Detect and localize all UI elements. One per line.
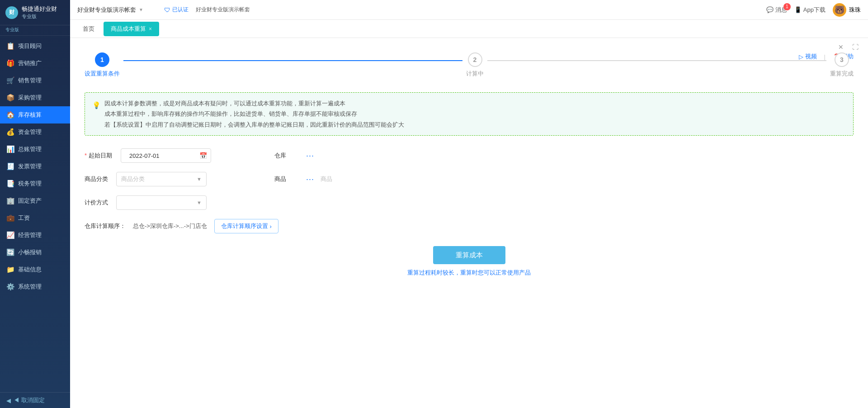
message-icon: 💬 (766, 6, 774, 13)
logo-text: 畅捷通好业财 专业版 (22, 5, 57, 19)
main-area: 好业财专业版演示帐套 ▼ 🛡 已认证 好业财专业版演示帐套 💬 消息 1 📱 A… (70, 0, 868, 408)
topbar-actions: 💬 消息 1 📱 App下载 🐻 珠珠 (766, 3, 861, 17)
sidebar: 财 畅捷通好业财 专业版 专业版 📋 项目顾问 🎁 营销推广 🛒 销售管理 📦 … (0, 0, 70, 408)
sidebar-item-tax[interactable]: 📑 税务管理 (0, 175, 70, 192)
payroll-icon: 💼 (6, 214, 14, 222)
warehouse-field: 仓库 ··· (274, 151, 410, 161)
submit-button[interactable]: 重算成本 (433, 246, 505, 264)
sidebar-logo: 财 畅捷通好业财 专业版 (0, 0, 70, 25)
submit-area: 重算成本 重算过程耗时较长，重算时您可以正常使用产品 (85, 246, 854, 277)
form-row-1: 起始日期 📅 仓库 ··· (85, 148, 854, 163)
topbar: 好业财专业版演示帐套 ▼ 🛡 已认证 好业财专业版演示帐套 💬 消息 1 📱 A… (70, 0, 868, 20)
info-box-content: 因成本计算参数调整，或是对商品成本有疑问时，可以通过成本重算功能，重新计算一遍成… (104, 98, 404, 130)
sidebar-item-marketing[interactable]: 🎁 营销推广 (0, 55, 70, 72)
start-date-field: 起始日期 📅 (85, 148, 256, 163)
tab-close-icon[interactable]: × (149, 26, 152, 32)
logo-icon: 财 (5, 6, 18, 19)
system-icon: ⚙️ (6, 283, 14, 291)
warehouse-label: 仓库 (274, 152, 302, 160)
tab-cost-recalc[interactable]: 商品成本重算 × (104, 22, 159, 36)
sidebar-item-purchase[interactable]: 📦 采购管理 (0, 89, 70, 106)
step-3-label: 重算完成 (830, 70, 854, 78)
step-2: 2 计算中 (466, 52, 484, 78)
warehouse-order-settings-button[interactable]: 仓库计算顺序设置 › (214, 219, 278, 233)
content-area: ✕ ⛶ 1 设置重算条件 2 计算中 3 重算完成 ▷ 视频 (70, 38, 868, 408)
accounting-icon: 📊 (6, 145, 14, 153)
product-category-select[interactable]: 商品分类 ▼ (116, 172, 207, 186)
info-icon: 💡 (92, 99, 101, 130)
sales-icon: 🛒 (6, 76, 14, 85)
account-name: 好业财专业版演示帐套 (77, 6, 136, 14)
verified-badge: 🛡 已认证 (164, 6, 189, 14)
cancel-pin-button[interactable]: ◀ ◀ 取消固定 (0, 392, 70, 408)
calendar-icon[interactable]: 📅 (199, 152, 207, 159)
steps: 1 设置重算条件 2 计算中 3 重算完成 ▷ 视频 | ❓ (85, 49, 854, 78)
app-download-button[interactable]: 📱 App下载 (794, 6, 826, 14)
sidebar-item-project[interactable]: 📋 项目顾问 (0, 38, 70, 55)
basic-icon: 📁 (6, 266, 14, 274)
form-row-3: 计价方式 ▼ (85, 195, 854, 210)
message-badge: 1 (783, 3, 791, 10)
form-row-2: 商品分类 商品分类 ▼ 商品 ··· 商品 (85, 172, 854, 186)
sidebar-item-accounting[interactable]: 📊 总账管理 (0, 141, 70, 158)
sidebar-menu: 📋 项目顾问 🎁 营销推广 🛒 销售管理 📦 采购管理 🏠 库存核算 💰 资金管… (0, 36, 70, 392)
product-label: 商品 (274, 175, 302, 183)
product-dots-button[interactable]: ··· (306, 175, 314, 184)
sidebar-item-assets[interactable]: 🏢 固定资产 (0, 192, 70, 209)
step-3-circle: 3 (835, 52, 849, 67)
message-button[interactable]: 💬 消息 1 (766, 6, 787, 14)
pricing-label: 计价方式 (85, 199, 112, 207)
step-1-label: 设置重算条件 (85, 70, 120, 78)
sidebar-item-inventory[interactable]: 🏠 库存核算 (0, 106, 70, 123)
invoice-icon: 🧾 (6, 162, 14, 171)
avatar: 🐻 (833, 3, 846, 17)
project-icon: 📋 (6, 42, 14, 50)
edition-badge: 专业版 (0, 25, 70, 36)
start-date-input[interactable] (125, 148, 199, 163)
step-line-2 (487, 60, 826, 61)
avatar-bear-icon: 🐻 (835, 5, 844, 15)
step-3: 3 重算完成 (830, 52, 854, 78)
sidebar-item-invoice[interactable]: 🧾 发票管理 (0, 158, 70, 175)
assets-icon: 🏢 (6, 197, 14, 205)
sidebar-item-payroll[interactable]: 💼 工资 (0, 209, 70, 227)
phone-icon: 📱 (794, 6, 802, 13)
step-line-1 (123, 60, 462, 61)
chevron-down-icon: ▼ (197, 200, 202, 205)
product-placeholder: 商品 (321, 175, 332, 183)
warehouse-order-label: 仓库计算顺序： (85, 222, 126, 230)
product-category-field: 商品分类 商品分类 ▼ (85, 172, 256, 186)
sidebar-item-finance[interactable]: 💰 资金管理 (0, 123, 70, 141)
step-2-label: 计算中 (466, 70, 484, 78)
step-2-circle: 2 (468, 52, 482, 67)
submit-hint: 重算过程耗时较长，重算时您可以正常使用产品 (407, 269, 531, 277)
verified-account-text: 好业财专业版演示帐套 (196, 6, 250, 14)
start-date-label: 起始日期 (85, 152, 116, 160)
tab-home[interactable]: 首页 (75, 22, 102, 36)
video-button[interactable]: ▷ 视频 (799, 52, 817, 61)
user-menu[interactable]: 🐻 珠珠 (833, 3, 861, 17)
sidebar-item-system[interactable]: ⚙️ 系统管理 (0, 278, 70, 295)
pricing-select[interactable]: ▼ (116, 195, 207, 210)
username: 珠珠 (849, 6, 861, 14)
sidebar-item-basic[interactable]: 📁 基础信息 (0, 261, 70, 278)
start-date-input-wrapper[interactable]: 📅 (121, 148, 211, 163)
sidebar-item-operations[interactable]: 📈 经营管理 (0, 227, 70, 244)
product-field: 商品 ··· 商品 (274, 175, 410, 184)
operations-icon: 📈 (6, 231, 14, 239)
account-selector[interactable]: 好业财专业版演示帐套 ▼ (77, 6, 159, 14)
product-category-value: 商品分类 (121, 175, 145, 183)
inventory-icon: 🏠 (6, 111, 14, 119)
warehouse-dots-button[interactable]: ··· (306, 151, 314, 161)
sidebar-item-sales[interactable]: 🛒 销售管理 (0, 72, 70, 89)
play-icon: ▷ (799, 53, 803, 60)
chevron-right-icon: › (270, 223, 272, 230)
marketing-icon: 🎁 (6, 59, 14, 67)
pricing-field: 计价方式 ▼ (85, 195, 256, 210)
sidebar-item-expense[interactable]: 🔄 小畅报销 (0, 244, 70, 261)
warehouse-order-row: 仓库计算顺序： 总仓->深圳仓库->...->门店仓 仓库计算顺序设置 › (85, 219, 854, 233)
tax-icon: 📑 (6, 180, 14, 188)
info-box: 💡 因成本计算参数调整，或是对商品成本有疑问时，可以通过成本重算功能，重新计算一… (85, 92, 854, 136)
tabbar: 首页 商品成本重算 × (70, 20, 868, 38)
warehouse-order-value: 总仓->深圳仓库->...->门店仓 (133, 222, 207, 230)
